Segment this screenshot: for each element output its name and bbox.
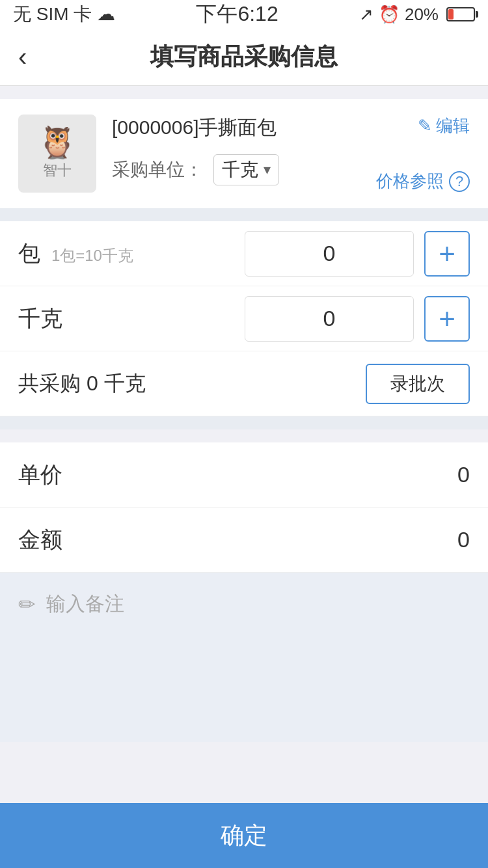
- package-label: 包: [18, 241, 40, 265]
- kg-input-row: 千克 0 +: [0, 286, 488, 351]
- confirm-button[interactable]: 确定: [0, 803, 488, 868]
- status-bar: 无 SIM 卡 ☁ 下午6:12 ↗ ⏰ 20%: [0, 0, 488, 29]
- edit-icon: ✎: [418, 116, 432, 136]
- edit-button[interactable]: ✎ 编辑: [418, 115, 470, 137]
- bottom-padding: [0, 742, 488, 807]
- kg-label-group: 千克: [18, 304, 96, 334]
- section-divider-2: [0, 416, 488, 429]
- pencil-icon: ✏: [18, 592, 36, 617]
- alarm-icon: ⏰: [379, 5, 400, 25]
- unit-label: 采购单位：: [112, 157, 203, 182]
- unit-price-row: 单价 0: [0, 442, 488, 508]
- notes-section: ✏ 输入备注: [0, 573, 488, 742]
- notes-placeholder-text: 输入备注: [46, 591, 124, 617]
- owl-icon: 🦉: [38, 127, 77, 158]
- batch-record-button[interactable]: 录批次: [366, 364, 470, 404]
- amount-row: 金额 0: [0, 508, 488, 573]
- location-icon: ↗: [359, 5, 373, 25]
- price-ref-button[interactable]: 价格参照 ?: [376, 170, 470, 193]
- package-number-input[interactable]: 0: [245, 231, 414, 277]
- kg-plus-button[interactable]: +: [424, 296, 470, 342]
- package-input-row: 包 1包=10千克 0 +: [0, 221, 488, 286]
- battery-icon: [446, 7, 475, 21]
- kg-label: 千克: [18, 306, 62, 331]
- unit-value: 千克: [222, 157, 258, 182]
- price-ref-label: 价格参照: [376, 170, 444, 193]
- price-section: 单价 0 金额 0: [0, 442, 488, 573]
- kg-input-control: 0 +: [96, 296, 470, 342]
- notes-input-area[interactable]: ✏ 输入备注: [18, 591, 470, 617]
- status-left: 无 SIM 卡 ☁: [13, 2, 115, 27]
- logo-subtitle: 智十: [38, 161, 77, 180]
- product-card: 🦉 智十 [0000006]手撕面包 采购单位： 千克 ▾ ✎ 编辑 价格参照 …: [0, 99, 488, 208]
- section-divider-1: [0, 208, 488, 221]
- battery-fill: [448, 9, 454, 20]
- unit-price-value: 0: [457, 462, 470, 487]
- product-name: [0000006]手撕面包: [112, 115, 470, 141]
- back-button[interactable]: ‹: [18, 42, 27, 72]
- total-label: 共采购 0 千克: [18, 370, 146, 398]
- package-label-group: 包 1包=10千克: [18, 239, 133, 269]
- package-plus-button[interactable]: +: [424, 231, 470, 277]
- kg-number-input[interactable]: 0: [245, 296, 414, 342]
- unit-selector[interactable]: 千克 ▾: [213, 154, 279, 185]
- total-row: 共采购 0 千克 录批次: [0, 351, 488, 416]
- status-time: 下午6:12: [196, 0, 278, 29]
- unit-price-label: 单价: [18, 460, 62, 490]
- package-sub-label: 1包=10千克: [51, 247, 133, 264]
- product-logo: 🦉 智十: [38, 127, 77, 180]
- help-icon[interactable]: ?: [449, 171, 470, 192]
- product-image: 🦉 智十: [18, 115, 96, 193]
- page-title: 填写商品采购信息: [150, 41, 338, 73]
- dropdown-arrow-icon: ▾: [264, 161, 271, 178]
- amount-label: 金额: [18, 525, 62, 555]
- input-section: 包 1包=10千克 0 + 千克 0 + 共采购 0 千克 录批次: [0, 221, 488, 416]
- battery-text: 20%: [405, 5, 439, 25]
- no-sim-text: 无 SIM 卡 ☁: [13, 2, 115, 27]
- status-right: ↗ ⏰ 20%: [359, 5, 475, 25]
- nav-bar: ‹ 填写商品采购信息: [0, 29, 488, 86]
- package-input-control: 0 +: [133, 231, 470, 277]
- amount-value: 0: [457, 527, 470, 552]
- edit-label: 编辑: [436, 115, 470, 137]
